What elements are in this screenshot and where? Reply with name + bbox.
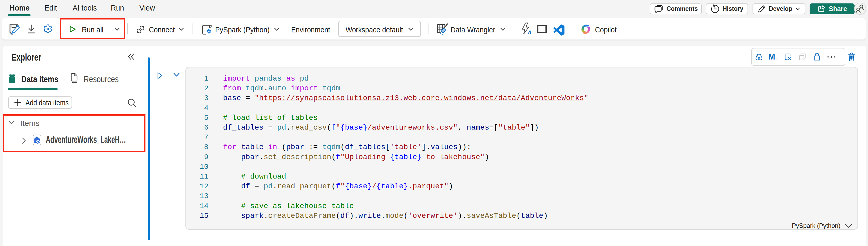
svg-text:A: A — [527, 29, 531, 35]
